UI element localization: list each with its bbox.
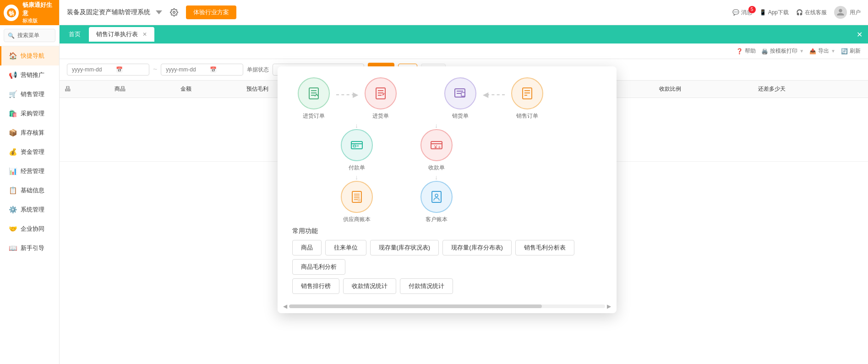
purchase-bill-col: ↓ ¥ <box>335 122 378 181</box>
down-arrow-supplier: ↓ <box>355 174 358 181</box>
sidebar-item-marketing[interactable]: 📢 营销推广 <box>0 65 59 85</box>
guide-icon: 📖 <box>9 244 17 252</box>
btn-stock-status[interactable]: 现存量(库存状况表) <box>370 240 439 255</box>
settings-icon[interactable] <box>168 6 180 19</box>
purchase-order-label: 进货订单 <box>303 112 325 120</box>
message-badge: 5 <box>748 6 756 13</box>
main-content: 装备及固定资产辅助管理系统 体验行业方案 💬 消息 5 📱 App下载 <box>60 0 868 364</box>
system-dropdown[interactable] <box>156 9 162 16</box>
page-content: ❓ 帮助 🖨️ 按模板打印 ▼ 📤 导出 ▼ 🔄 刷新 <box>60 43 868 364</box>
marketing-icon: 📢 <box>9 71 17 79</box>
sidebar: 畅 畅康通好生意 标准版 🔍 搜索菜单 🏠 快捷导航 📢 营销推广 <box>0 0 60 364</box>
top-header: 装备及固定资产辅助管理系统 体验行业方案 💬 消息 5 📱 App下载 <box>60 0 868 25</box>
popup-inner: 进货订单 ▶ <box>278 66 617 303</box>
tab-home[interactable]: 首页 <box>61 27 88 42</box>
svg-rect-14 <box>461 92 465 96</box>
btn-receipt-stat[interactable]: 收款情况统计 <box>343 278 396 294</box>
btn-stock-dist[interactable]: 现存量(库存分布表) <box>442 240 512 255</box>
overlay-backdrop[interactable]: 进货订单 ▶ <box>60 43 868 364</box>
sidebar-item-system[interactable]: ⚙️ 系统管理 <box>0 200 59 219</box>
app-download-label: App下载 <box>768 9 789 16</box>
common-btns-row1: 商品 往来单位 现存量(库存状况表) 现存量(库存分布表) 销售毛利分析表 商品… <box>292 240 602 275</box>
sidebar-nav: 🏠 快捷导航 📢 营销推广 🛒 销售管理 🛍️ 采购管理 📦 库存核算 💰 <box>0 46 59 364</box>
flow-node-purchase-order[interactable]: 进货订单 <box>298 77 330 120</box>
message-icon: 💬 <box>732 9 739 16</box>
btn-sales-rank[interactable]: 销售排行榜 <box>292 278 339 294</box>
flow-diagram-row3: 供应商账本 <box>292 181 602 223</box>
sidebar-item-finance[interactable]: 💰 资金管理 <box>0 142 59 162</box>
flow-node-payment[interactable]: ¥ 付款单 <box>341 129 373 172</box>
btn-counterpart[interactable]: 往来单位 <box>325 240 366 255</box>
sidebar-item-label: 销售管理 <box>21 90 44 98</box>
scroll-right-icon[interactable]: ▶ <box>607 303 611 310</box>
online-service-label: 在线客服 <box>805 9 827 16</box>
logo-area: 畅 畅康通好生意 标准版 <box>0 0 59 25</box>
search-menu-button[interactable]: 🔍 搜索菜单 <box>4 29 55 42</box>
payment-label: 付款单 <box>349 164 365 172</box>
sidebar-item-label: 快捷导航 <box>21 52 44 60</box>
tab-sales-order[interactable]: 销售订单执行表 ✕ <box>89 27 154 42</box>
purchase-bill-label: 进货单 <box>372 112 389 120</box>
flow-node-supplier-ledger[interactable]: 供应商账本 <box>341 181 373 223</box>
search-icon: 🔍 <box>8 33 15 39</box>
tab-bar: 首页 销售订单执行表 ✕ ✕ <box>60 25 868 43</box>
search-menu-label: 搜索菜单 <box>17 32 39 39</box>
flow-node-sales-bill[interactable]: 销货单 <box>444 77 476 120</box>
enterprise-icon: 🤝 <box>9 225 17 233</box>
svg-text:+: + <box>438 144 441 150</box>
user-label: 用户 <box>850 9 861 16</box>
btn-sales-margin[interactable]: 销售毛利分析表 <box>515 240 574 255</box>
tab-bar-close-icon[interactable]: ✕ <box>857 30 863 39</box>
finance-icon: 💰 <box>9 148 17 156</box>
sidebar-item-base[interactable]: 📋 基础信息 <box>0 181 59 200</box>
popup-scrollbar-area: ◀ ▶ <box>278 303 617 313</box>
base-icon: 📋 <box>9 186 17 195</box>
user-avatar-area[interactable]: 用户 <box>834 6 861 19</box>
sidebar-item-sales[interactable]: 🛒 销售管理 <box>0 85 59 104</box>
sidebar-item-operations[interactable]: 📊 经营管理 <box>0 162 59 181</box>
common-functions: 常用功能 商品 往来单位 现存量(库存状况表) 现存量(库存分布表) 销售毛利分… <box>292 227 602 294</box>
sidebar-item-label: 库存核算 <box>21 129 44 137</box>
avatar <box>834 6 847 19</box>
system-title: 装备及固定资产辅助管理系统 <box>67 8 150 16</box>
sidebar-item-purchase[interactable]: 🛍️ 采购管理 <box>0 104 59 123</box>
sidebar-item-enterprise[interactable]: 🤝 企业协同 <box>0 219 59 239</box>
sales-bill-col: ↓ ¥ + <box>415 122 458 181</box>
operations-icon: 📊 <box>9 167 17 175</box>
header-right: 💬 消息 5 📱 App下载 🎧 在线客服 用户 <box>732 6 861 19</box>
sales-order-tab-label: 销售订单执行表 <box>96 30 138 38</box>
flow-diagram-row2: ↓ ¥ <box>292 122 602 181</box>
payment-icon: ¥ <box>341 129 373 161</box>
tab-close-icon[interactable]: ✕ <box>142 31 147 38</box>
sidebar-item-label: 资金管理 <box>21 148 44 156</box>
btn-payment-stat[interactable]: 付款情况统计 <box>400 278 453 294</box>
flow-popup: 进货订单 ▶ <box>278 66 617 313</box>
flow-node-purchase-bill[interactable]: 进货单 <box>365 77 397 120</box>
experience-button[interactable]: 体验行业方案 <box>186 5 236 19</box>
down-arrow-receipt: ↓ <box>435 122 438 129</box>
svg-point-34 <box>435 194 438 197</box>
flow-node-receipt[interactable]: ¥ + 收款单 <box>420 129 453 172</box>
common-functions-title: 常用功能 <box>292 227 602 235</box>
sidebar-item-inventory[interactable]: 📦 库存核算 <box>0 123 59 142</box>
btn-product[interactable]: 商品 <box>292 240 322 255</box>
scroll-left-icon[interactable]: ◀ <box>283 303 287 310</box>
sidebar-item-quick[interactable]: 🏠 快捷导航 <box>0 46 59 65</box>
customer-ledger-label: 客户账本 <box>426 216 448 223</box>
sidebar-item-guide[interactable]: 📖 新手引导 <box>0 239 59 258</box>
supplier-ledger-col: 供应商账本 <box>335 181 378 223</box>
sidebar-item-label: 新手引导 <box>21 244 44 252</box>
down-arrow-customer: ↓ <box>435 174 438 181</box>
message-button[interactable]: 💬 消息 5 <box>732 9 752 16</box>
logo-icon: 畅 <box>4 5 19 21</box>
flow-node-customer-ledger[interactable]: 客户账本 <box>420 181 453 223</box>
customer-ledger-col: 客户账本 <box>415 181 458 223</box>
online-service-button[interactable]: 🎧 在线客服 <box>796 9 827 16</box>
popup-scrollbar-track[interactable] <box>289 304 605 308</box>
app-download-button[interactable]: 📱 App下载 <box>759 9 789 16</box>
home-icon: 🏠 <box>9 52 17 60</box>
flow-node-sales-order[interactable]: 销售订单 <box>511 77 543 120</box>
sales-order-icon <box>511 77 543 109</box>
svg-text:畅: 畅 <box>9 10 14 16</box>
btn-product-margin[interactable]: 商品毛利分析 <box>292 259 345 275</box>
